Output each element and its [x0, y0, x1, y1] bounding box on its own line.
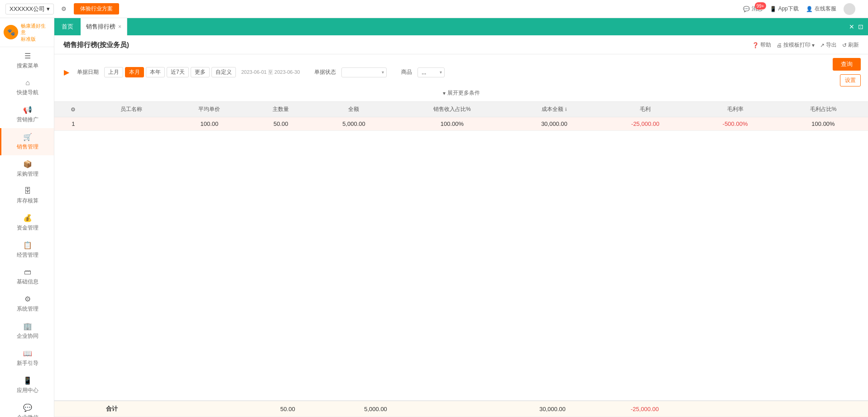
- sidebar-item-enterprise[interactable]: 🏢 企业协同: [0, 317, 54, 345]
- chevron-down-icon: ▾: [47, 5, 50, 12]
- sidebar-item-finance[interactable]: 💰 资金管理: [0, 209, 54, 236]
- app-download-button[interactable]: 📱 App下载: [770, 5, 799, 13]
- export-button[interactable]: ↗ 导出: [820, 41, 837, 49]
- top-bar-right: 💬 消息 99+ 📱 App下载 👤 在线客服: [743, 3, 863, 15]
- sidebar-item-basic-info[interactable]: 🗃 基础信息: [0, 264, 54, 290]
- sidebar-item-label: 库存核算: [17, 197, 38, 205]
- home-icon: ⌂: [25, 79, 30, 87]
- main-layout: 🐾 畅康通好生意 标准版 ☰ 搜索菜单 ⌂ 快捷导航 📢 营销推广 🛒 销售管理…: [0, 18, 868, 417]
- recent7-btn[interactable]: 近7天: [167, 67, 189, 77]
- sidebar-item-label: 搜索菜单: [17, 62, 38, 70]
- row-cost: 30,000.00: [510, 117, 599, 131]
- goods-select[interactable]: ...: [417, 67, 445, 77]
- goods-select-wrap: ...: [417, 67, 445, 77]
- data-table: ⚙ 员工名称 平均单价 主数量 全额 销售收入占比% 成本全额 ℹ 毛利 毛利率…: [54, 102, 868, 131]
- search-menu-icon: ☰: [24, 52, 31, 60]
- filter-right-actions: 查询 设置: [833, 58, 861, 86]
- finance-icon: 💰: [23, 214, 32, 222]
- filter-row-main: ▶ 单据日期 上月 本月 本年 近7天 更多 自定义 2023-06-01 至 …: [62, 58, 861, 86]
- tab-close-icon[interactable]: ×: [118, 24, 121, 30]
- sidebar-item-inventory[interactable]: 🗄 库存核算: [0, 182, 54, 209]
- sidebar-item-quick-nav[interactable]: ⌂ 快捷导航: [0, 74, 54, 101]
- tab-restore-icon[interactable]: ⊡: [858, 23, 863, 30]
- sidebar-item-label: 应用中心: [17, 387, 38, 394]
- table-row: 1 100.00 50.00 5,000.00 100.00% 30,000.0…: [54, 117, 868, 131]
- sidebar-item-guide[interactable]: 📖 新手引导: [0, 345, 54, 372]
- expand-more-conditions-btn[interactable]: ▾ 展开更多条件: [443, 89, 480, 97]
- enterprise-icon: 🏢: [23, 322, 32, 331]
- basic-info-icon: 🗃: [24, 268, 31, 276]
- goods-filter-label: 商品: [401, 68, 412, 76]
- messages-button[interactable]: 💬 消息 99+: [743, 5, 762, 13]
- print-template-button[interactable]: 🖨 按模板打印 ▾: [777, 41, 815, 49]
- status-filter-label: 单据状态: [314, 68, 336, 76]
- sidebar-item-label: 营销推广: [17, 116, 38, 124]
- cost-info-icon[interactable]: ℹ: [565, 107, 567, 112]
- company-selector[interactable]: XXXXXX公司 ▾: [5, 4, 54, 14]
- date-range-display: 2023-06-01 至 2023-06-30: [241, 69, 300, 76]
- last-month-btn[interactable]: 上月: [104, 67, 123, 77]
- table-area: ⚙ 员工名称 平均单价 主数量 全额 销售收入占比% 成本全额 ℹ 毛利 毛利率…: [54, 102, 868, 400]
- avatar[interactable]: [844, 3, 855, 15]
- tab-sales-ranking[interactable]: 销售排行榜 ×: [81, 18, 127, 35]
- sales-icon: 🛒: [23, 133, 32, 141]
- sidebar-item-purchase[interactable]: 📦 采购管理: [0, 155, 54, 182]
- sidebar: 🐾 畅康通好生意 标准版 ☰ 搜索菜单 ⌂ 快捷导航 📢 营销推广 🛒 销售管理…: [0, 18, 54, 417]
- tab-home[interactable]: 首页: [54, 18, 81, 35]
- online-service-button[interactable]: 👤 在线客服: [806, 5, 836, 13]
- sidebar-item-label: 企业协同: [17, 332, 38, 340]
- logo-text: 畅康通好生意 标准版: [21, 23, 50, 42]
- this-month-btn[interactable]: 本月: [125, 67, 144, 77]
- this-year-btn[interactable]: 本年: [146, 67, 165, 77]
- row-gross-rate: -500.00%: [692, 117, 778, 131]
- top-bar: XXXXXX公司 ▾ ⚙ 体验行业方案 💬 消息 99+ 📱 App下载 👤 在…: [0, 0, 868, 18]
- col-qty: 主数量: [249, 102, 314, 117]
- tab-bar: 首页 销售排行榜 × ✕ ⊡: [54, 18, 868, 35]
- sidebar-item-sales[interactable]: 🛒 销售管理: [0, 128, 54, 155]
- status-select[interactable]: [341, 67, 387, 77]
- tab-label: 销售排行榜: [86, 23, 115, 31]
- page-content: 销售排行榜(按业务员) ❓ 帮助 🖨 按模板打印 ▾ ↗ 导出: [54, 35, 868, 417]
- sidebar-item-search-order[interactable]: ☰ 搜索菜单: [0, 47, 54, 74]
- sidebar-item-wechat[interactable]: 💬 企业微信: [0, 399, 54, 417]
- col-gross-pct: 毛利占比%: [778, 102, 868, 117]
- sidebar-item-label: 企业微信: [17, 414, 38, 417]
- footer-gross: -25,000.00: [597, 401, 692, 417]
- message-icon: 💬: [743, 6, 750, 12]
- help-button[interactable]: ❓ 帮助: [752, 41, 771, 49]
- refresh-button[interactable]: ↺ 刷新: [842, 41, 859, 49]
- sidebar-item-system[interactable]: ⚙ 系统管理: [0, 290, 54, 317]
- wechat-icon: 💬: [23, 403, 32, 412]
- col-name: 员工名称: [92, 102, 170, 117]
- col-amount: 全额: [313, 102, 394, 117]
- service-icon: 👤: [806, 6, 813, 12]
- page-header: 销售排行榜(按业务员) ❓ 帮助 🖨 按模板打印 ▾ ↗ 导出: [54, 35, 868, 54]
- row-name: [92, 117, 170, 131]
- settings-icon-btn[interactable]: ⚙: [58, 3, 70, 15]
- filter-expand-button[interactable]: ▶: [62, 67, 72, 77]
- inventory-icon: 🗄: [24, 187, 31, 195]
- guide-icon: 📖: [23, 349, 32, 358]
- trial-button[interactable]: 体验行业方案: [74, 3, 119, 14]
- tab-close-window-icon[interactable]: ✕: [849, 23, 854, 30]
- sidebar-item-marketing[interactable]: 📢 营销推广: [0, 101, 54, 128]
- filter-second-row: ▾ 展开更多条件: [62, 86, 861, 98]
- table-header-row: ⚙ 员工名称 平均单价 主数量 全额 销售收入占比% 成本全额 ℹ 毛利 毛利率…: [54, 102, 868, 117]
- query-button[interactable]: 查询: [833, 58, 861, 71]
- app-center-icon: 📱: [23, 376, 32, 385]
- footer-amount: 5,000.00: [331, 401, 419, 417]
- help-icon: ❓: [752, 42, 759, 48]
- custom-btn[interactable]: 自定义: [211, 67, 236, 77]
- print-chevron-icon: ▾: [812, 42, 815, 48]
- content-area: 首页 销售排行榜 × ✕ ⊡ 销售排行榜(按业务员) ❓ 帮助: [54, 18, 868, 417]
- settings-small-button[interactable]: 设置: [840, 74, 861, 86]
- download-icon: 📱: [770, 6, 777, 12]
- sidebar-item-app-center[interactable]: 📱 应用中心: [0, 372, 54, 399]
- row-amount: 5,000.00: [313, 117, 394, 131]
- sidebar-item-label: 经营管理: [17, 251, 38, 259]
- filter-bar: ▶ 单据日期 上月 本月 本年 近7天 更多 自定义 2023-06-01 至 …: [54, 54, 868, 102]
- marketing-icon: 📢: [23, 105, 32, 114]
- sidebar-item-operation[interactable]: 📋 经营管理: [0, 236, 54, 264]
- more-btn[interactable]: 更多: [191, 67, 210, 77]
- col-settings[interactable]: ⚙: [54, 102, 92, 117]
